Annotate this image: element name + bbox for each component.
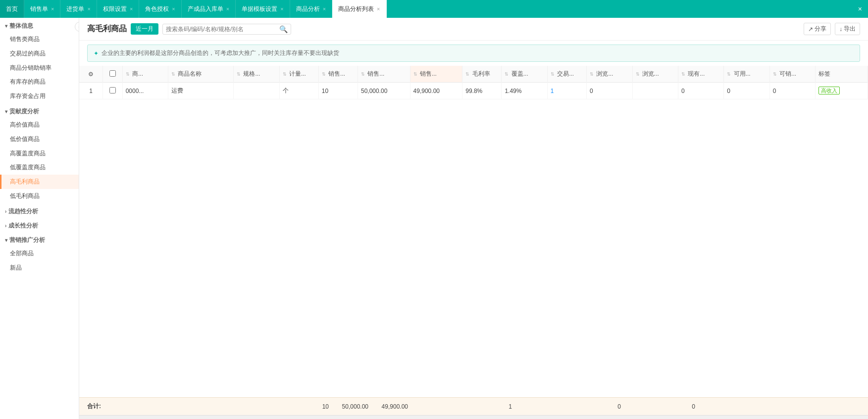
close-roles-tab[interactable]: × xyxy=(172,6,175,12)
search-input[interactable] xyxy=(166,26,279,33)
th-code[interactable]: ⇅ 商... xyxy=(122,66,168,83)
trade-link[interactable]: 1 xyxy=(551,88,554,94)
footer-sales-qty: 10 xyxy=(292,403,332,410)
group-arrow-growth: › xyxy=(5,223,6,229)
table-row: 1 0000... 运费 个 10 50,000.00 49,900.00 99… xyxy=(79,83,868,99)
sidebar-item-distribution-rate[interactable]: 商品分销助销率 xyxy=(0,61,79,75)
data-table: ⚙ ⇅ 商... ⇅ 商品名称 ⇅ 规格... xyxy=(79,66,868,99)
footer-summary: 合计: 10 50,000.00 49,900.00 1 0 0 xyxy=(79,397,868,415)
sidebar-item-all-goods[interactable]: 全部商品 xyxy=(0,246,79,261)
nav-tab-permissions[interactable]: 权限设置 × xyxy=(97,0,139,18)
close-template-tab[interactable]: × xyxy=(280,6,283,12)
cell-browse2 xyxy=(632,83,678,99)
sidebar-item-low-coverage[interactable]: 低覆盖度商品 xyxy=(0,160,79,175)
th-spec[interactable]: ⇅ 规格... xyxy=(234,66,279,83)
sort-icon-spec: ⇅ xyxy=(237,72,241,77)
footer-sellable: 0 xyxy=(659,403,698,410)
sidebar-group-marketing[interactable]: ▾ 营销推广分析 xyxy=(0,232,79,246)
row-checkbox[interactable] xyxy=(109,87,116,93)
sort-icon-sellable: ⇅ xyxy=(773,72,777,77)
sidebar-item-high-value[interactable]: 高价值商品 xyxy=(0,118,79,132)
th-cover[interactable]: ⇅ 覆盖... xyxy=(502,66,547,83)
close-purchase-tab[interactable]: × xyxy=(87,6,90,12)
nav-tab-product-inbound[interactable]: 产成品入库单 × xyxy=(182,0,236,18)
info-icon: ✦ xyxy=(94,50,99,57)
sort-icon-code: ⇅ xyxy=(126,72,130,77)
horizontal-scrollbar[interactable] xyxy=(79,415,868,419)
sidebar-item-in-stock-goods[interactable]: 有库存的商品 xyxy=(0,75,79,89)
share-button[interactable]: ↗ 分享 xyxy=(804,23,831,35)
select-all-checkbox[interactable] xyxy=(109,70,116,77)
sidebar-item-traded-goods[interactable]: 交易过的商品 xyxy=(0,47,79,61)
th-unit[interactable]: ⇅ 计量... xyxy=(279,66,318,83)
sidebar-group-growth[interactable]: › 成长性分析 xyxy=(0,218,79,232)
cell-checkbox[interactable] xyxy=(103,83,123,99)
sort-icon-sales-amt: ⇅ xyxy=(361,72,365,77)
sidebar-item-sales-goods[interactable]: 销售类商品 xyxy=(0,32,79,47)
th-checkbox[interactable] xyxy=(103,66,123,83)
sidebar-item-low-margin[interactable]: 低毛利商品 xyxy=(0,189,79,203)
tag-badge: 高收入 xyxy=(818,87,840,94)
th-settings[interactable]: ⚙ xyxy=(79,66,103,83)
sidebar-item-high-coverage[interactable]: 高覆盖度商品 xyxy=(0,146,79,161)
footer-sales-cost: 49,900.00 xyxy=(371,403,411,410)
content-header: 高毛利商品 近一月 🔍 ↗ 分享 ↓ 导出 xyxy=(79,18,868,41)
th-browse2[interactable]: ⇅ 浏览... xyxy=(632,66,678,83)
sort-icon-name: ⇅ xyxy=(171,72,175,77)
nav-tab-sales[interactable]: 销售单 × xyxy=(24,0,60,18)
th-sales-amt[interactable]: ⇅ 销售... xyxy=(357,66,410,83)
nav-tab-template[interactable]: 单据模板设置 × xyxy=(236,0,290,18)
nav-tab-home[interactable]: 首页 xyxy=(0,0,24,18)
th-name[interactable]: ⇅ 商品名称 xyxy=(168,66,234,83)
th-sales-cost[interactable]: ⇅ 销售... xyxy=(410,66,462,83)
th-gross-rate[interactable]: ⇅ 毛利率 xyxy=(462,66,502,83)
th-sales-qty[interactable]: ⇅ 销售... xyxy=(318,66,357,83)
sidebar-group-trend[interactable]: › 流趋性分析 xyxy=(0,203,79,218)
cell-trade: 1 xyxy=(547,83,586,99)
table-header-row: ⚙ ⇅ 商... ⇅ 商品名称 ⇅ 规格... xyxy=(79,66,868,83)
sidebar-item-low-value[interactable]: 低价值商品 xyxy=(0,132,79,146)
info-banner: ✦ 企业的主要的利润都是这部分商品创造的，可考虑加大推广，同时关注库存量不要出现… xyxy=(87,45,860,62)
export-icon: ↓ xyxy=(839,26,842,33)
sidebar-item-high-margin[interactable]: 高毛利商品 xyxy=(0,175,79,189)
cell-num: 1 xyxy=(79,83,103,99)
cell-name: 运费 xyxy=(168,83,234,99)
time-filter-button[interactable]: 近一月 xyxy=(131,23,158,35)
th-trade[interactable]: ⇅ 交易... xyxy=(547,66,586,83)
close-goods-list-tab[interactable]: × xyxy=(377,6,380,12)
top-navigation: 首页 销售单 × 进货单 × 权限设置 × 角色授权 × 产成品入库单 × 单据… xyxy=(0,0,868,18)
nav-tab-purchase[interactable]: 进货单 × xyxy=(60,0,97,18)
th-browse1[interactable]: ⇅ 浏览... xyxy=(587,66,632,83)
close-sales-tab[interactable]: × xyxy=(51,6,54,12)
th-tag[interactable]: 标签 xyxy=(816,66,868,83)
cell-code: 0000... xyxy=(122,83,168,99)
cell-sellable: 0 xyxy=(769,83,815,99)
sort-icon-browse1: ⇅ xyxy=(590,72,594,77)
close-product-inbound-tab[interactable]: × xyxy=(226,6,229,12)
sort-icon-cover: ⇅ xyxy=(505,72,509,77)
main-layout: « ▾ 整体信息 销售类商品 交易过的商品 商品分销助销率 有库存的商品 库存资… xyxy=(0,18,868,419)
content-area: 高毛利商品 近一月 🔍 ↗ 分享 ↓ 导出 ✦ 企业的主要的利润都是这部分商品创… xyxy=(79,18,868,419)
close-permissions-tab[interactable]: × xyxy=(130,6,133,12)
nav-tab-goods-analysis[interactable]: 商品分析 × xyxy=(290,0,332,18)
cell-unit: 个 xyxy=(279,83,318,99)
cell-sales-cost: 49,900.00 xyxy=(410,83,462,99)
sidebar: « ▾ 整体信息 销售类商品 交易过的商品 商品分销助销率 有库存的商品 库存资… xyxy=(0,18,79,419)
sidebar-group-contribution[interactable]: ▾ 贡献度分析 xyxy=(0,103,79,118)
close-all-tabs[interactable]: × xyxy=(852,5,868,13)
footer-trade: 1 xyxy=(475,403,515,410)
export-button[interactable]: ↓ 导出 xyxy=(835,23,860,35)
th-stock1[interactable]: ⇅ 现有... xyxy=(678,66,723,83)
cell-stock2: 0 xyxy=(724,83,769,99)
sidebar-item-stock-funds[interactable]: 库存资金占用 xyxy=(0,89,79,103)
th-stock2[interactable]: ⇅ 可用... xyxy=(724,66,769,83)
sidebar-item-new-goods[interactable]: 新品 xyxy=(0,261,79,275)
nav-tab-roles[interactable]: 角色授权 × xyxy=(139,0,181,18)
th-sellable[interactable]: ⇅ 可销... xyxy=(769,66,815,83)
cell-sales-qty: 10 xyxy=(318,83,357,99)
sidebar-group-overall[interactable]: ▾ 整体信息 xyxy=(0,18,79,32)
search-icon[interactable]: 🔍 xyxy=(279,25,288,33)
sort-icon-sales-qty: ⇅ xyxy=(322,72,326,77)
nav-tab-goods-list[interactable]: 商品分析列表 × xyxy=(332,0,386,18)
close-goods-analysis-tab[interactable]: × xyxy=(323,6,326,12)
